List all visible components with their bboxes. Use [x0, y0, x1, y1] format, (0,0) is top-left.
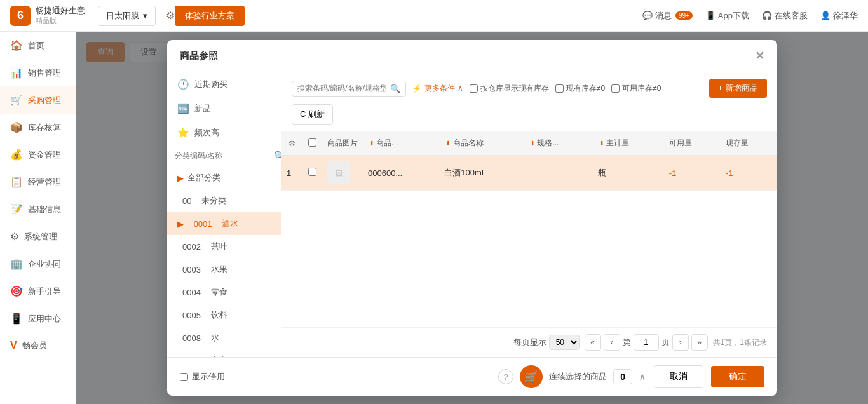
check-warehouse-stock[interactable]: 按仓库显示现有库存 [470, 83, 549, 94]
th-spec: ⬆ 规格... [524, 131, 593, 156]
cat-item-0[interactable]: 00 未分类 [167, 189, 281, 212]
cat-search-input[interactable] [175, 151, 270, 160]
customer-service-nav-item[interactable]: 🎧 在线客服 [762, 10, 808, 22]
chevron-up-icon: ∧ [458, 84, 463, 93]
search-box: 🔍 [292, 81, 406, 97]
message-badge: 99+ [675, 11, 693, 20]
member-icon: V [10, 340, 17, 351]
th-check [302, 131, 322, 156]
sidebar-item-member[interactable]: V 畅会员 [0, 332, 76, 359]
page-first-btn[interactable]: « [585, 334, 601, 351]
page-prev-btn[interactable]: ‹ [604, 334, 620, 351]
row-check[interactable] [302, 156, 322, 191]
purchase-icon: 🛒 [10, 94, 23, 106]
row-spec [524, 156, 593, 191]
th-unit: ⬆ 主计量 [593, 131, 664, 156]
sidebar-item-sales[interactable]: 📊 销售管理 [0, 59, 76, 86]
collapse-icon[interactable]: ∧ [639, 371, 646, 383]
filter-icon: ⚡ [412, 84, 422, 93]
row-name: 白酒100ml [439, 156, 524, 191]
row-image: 🖼 [322, 156, 363, 191]
cat-item-1[interactable]: ▶ 0001 酒水 [167, 212, 281, 235]
help-icon[interactable]: ? [498, 369, 513, 384]
message-nav-item[interactable]: 💬 消息 99+ [642, 10, 693, 22]
th-image: 商品图片 [322, 131, 363, 156]
show-disabled-checkbox[interactable] [180, 373, 188, 381]
page-info: 共1页，1条记录 [713, 337, 767, 348]
sidebar-item-guide[interactable]: 🎯 新手引导 [0, 278, 76, 305]
chevron-down-icon: ▾ [143, 11, 147, 20]
table-row[interactable]: 1 🖼 000600... [281, 156, 777, 191]
product-thumbnail: 🖼 [327, 161, 350, 184]
cat-item-7[interactable]: 0010 家电 [167, 349, 281, 357]
sidebar-item-purchase[interactable]: 🛒 采购管理 [0, 86, 76, 114]
th-settings: ⚙ [281, 131, 302, 156]
page-nav: « ‹ 第 页 › » [585, 334, 708, 351]
category-panel: 🕐 近期购买 🆕 新品 ⭐ 频次高 [167, 72, 281, 357]
enterprise-icon: 🏢 [10, 258, 23, 270]
main-layout: 🏠 首页 📊 销售管理 🛒 采购管理 📦 库存核算 💰 资金管理 📋 经营管理 … [0, 32, 868, 404]
page-next-btn[interactable]: › [672, 334, 689, 351]
row-num: 1 [281, 156, 302, 191]
cancel-button[interactable]: 取消 [654, 365, 703, 388]
sidebar-item-enterprise[interactable]: 🏢 企业协同 [0, 250, 76, 278]
app-center-icon: 📱 [10, 313, 23, 325]
nav-dropdown[interactable]: 日太阳膜 ▾ [98, 6, 156, 26]
sidebar-item-inventory[interactable]: 📦 库存核算 [0, 114, 76, 141]
sidebar-item-system[interactable]: ⚙ 系统管理 [0, 223, 76, 250]
sidebar-item-home[interactable]: 🏠 首页 [0, 32, 76, 59]
row-checkbox[interactable] [308, 168, 316, 176]
check-available-stock[interactable]: 可用库存≠0 [611, 83, 661, 94]
mobile-icon: 📱 [705, 11, 715, 20]
app-download-nav-item[interactable]: 📱 App下载 [705, 10, 749, 22]
modal-footer: 显示停用 ? 🛒 连续选择的商品 0 ∧ 取消 确定 [167, 357, 777, 396]
sidebar-item-basic-info[interactable]: 📝 基础信息 [0, 196, 76, 223]
cart-icon: 🛒 [524, 370, 538, 384]
cat-search-icon[interactable]: 🔍 [274, 151, 281, 161]
refresh-button[interactable]: C 刷新 [292, 104, 333, 125]
sidebar-item-finance[interactable]: 💰 资金管理 [0, 141, 76, 168]
sales-icon: 📊 [10, 67, 23, 79]
settings-icon[interactable]: ⚙ [288, 139, 295, 148]
guide-icon: 🎯 [10, 285, 23, 297]
check-current-stock[interactable]: 现有库存≠0 [555, 83, 605, 94]
experience-button[interactable]: 体验行业方案 [175, 6, 245, 26]
more-conditions-btn[interactable]: ⚡ 更多条件 ∧ [412, 83, 463, 94]
cart-button[interactable]: 🛒 [520, 365, 543, 388]
cat-item-6[interactable]: 0008 水 [167, 327, 281, 349]
search-icon[interactable]: 🔍 [390, 84, 400, 93]
cat-freq-btn[interactable]: ⭐ 频次高 [167, 121, 281, 145]
show-disabled-check[interactable]: 显示停用 [180, 371, 225, 382]
logo-name: 畅捷通好生意 [36, 6, 85, 17]
current-stock-checkbox[interactable] [555, 84, 564, 93]
cat-item-5[interactable]: 0005 饮料 [167, 304, 281, 327]
sidebar-item-label: 经营管理 [28, 177, 61, 188]
page-last-btn[interactable]: » [691, 334, 708, 351]
cat-new-btn[interactable]: 🆕 新品 [167, 97, 281, 121]
cat-item-all[interactable]: ▶ 全部分类 [167, 166, 281, 189]
page-number-input[interactable] [634, 334, 659, 351]
cat-recent-btn[interactable]: 🕐 近期购买 [167, 72, 281, 97]
cat-item-3[interactable]: 0003 水果 [167, 258, 281, 281]
confirm-button[interactable]: 确定 [711, 366, 764, 387]
available-stock-checkbox[interactable] [611, 84, 620, 93]
logo-sub: 精品版 [36, 16, 85, 25]
modal-title: 商品参照 [180, 50, 218, 62]
home-icon: 🏠 [10, 39, 23, 51]
cat-item-2[interactable]: 0002 茶叶 [167, 235, 281, 258]
warehouse-stock-checkbox[interactable] [470, 84, 478, 93]
per-page-dropdown[interactable]: 50 [549, 335, 580, 350]
product-search-input[interactable] [297, 84, 386, 93]
sidebar-item-operation[interactable]: 📋 经营管理 [0, 168, 76, 196]
gear-icon[interactable]: ⚙ [166, 10, 175, 22]
select-all-checkbox[interactable] [308, 138, 316, 147]
logo-icon: 6 [10, 6, 31, 26]
add-product-button[interactable]: + 新增商品 [709, 79, 767, 98]
modal-close-button[interactable]: ✕ [755, 49, 764, 63]
pagination-bar: 每页显示 50 « ‹ 第 页 › » [281, 327, 777, 357]
cat-item-4[interactable]: 0004 零食 [167, 281, 281, 304]
cat-active-arrow: ▶ [177, 219, 184, 229]
recent-icon: 🕐 [177, 79, 189, 90]
sidebar-item-app-center[interactable]: 📱 应用中心 [0, 305, 76, 332]
user-nav-item[interactable]: 👤 徐泽华 [820, 10, 858, 22]
